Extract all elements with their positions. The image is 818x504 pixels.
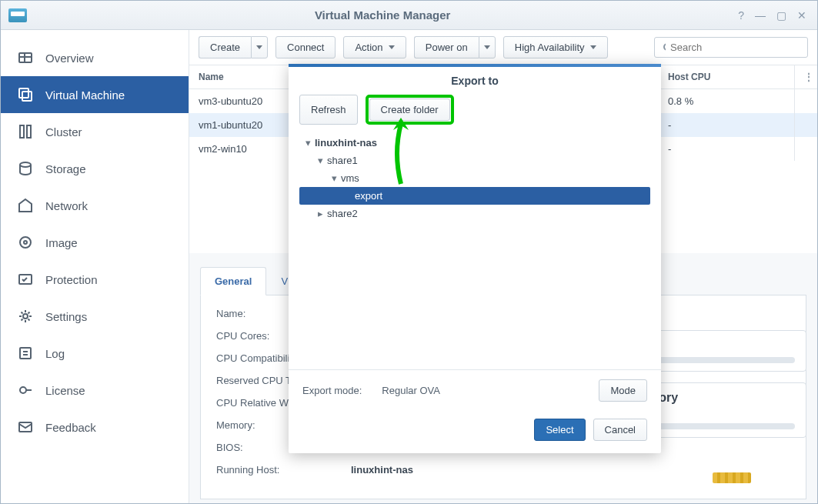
vm-cpu: 0.8 % [659,89,794,113]
caret-down-icon [484,45,490,49]
minimize-icon[interactable]: — [755,9,766,22]
sidebar-item-label: Log [45,347,65,360]
search-icon [663,42,666,53]
tree-node-vms[interactable]: ▾vms [299,169,650,187]
search-input[interactable] [654,37,808,58]
help-icon[interactable]: ? [738,9,744,22]
cancel-button[interactable]: Cancel [593,419,647,441]
mode-button[interactable]: Mode [599,379,647,402]
tree-node-export[interactable]: export [299,187,650,205]
chip-icon [713,472,751,483]
memory-bar [641,423,795,429]
svg-rect-10 [20,348,31,359]
cluster-icon [18,124,33,139]
sidebar-item-label: Protection [45,273,98,286]
sidebar-item-license[interactable]: License [1,372,189,409]
power-on-button[interactable]: Power on [414,36,479,58]
sidebar-item-label: Network [45,199,88,212]
caret-down-icon [256,45,262,49]
sidebar-item-label: License [45,384,85,397]
caret-down-icon [590,45,596,49]
caret-down-icon [389,45,395,49]
image-icon [18,235,33,250]
export-mode-label: Export mode: [302,385,362,396]
memory-title: emory [641,391,795,405]
svg-point-6 [20,237,31,248]
collapse-icon: ▾ [304,137,312,149]
value-host: linuxhint-nas [351,464,413,476]
tab-general[interactable]: General [200,267,266,295]
refresh-button[interactable]: Refresh [299,95,358,125]
arrow-annotation [386,115,416,192]
feedback-icon [18,419,33,435]
sidebar-item-protection[interactable]: Protection [1,261,189,298]
dialog-title: Export to [289,67,661,95]
search-field[interactable] [670,42,800,53]
sidebar-item-virtual-machine[interactable]: Virtual Machine [1,76,189,113]
folder-tree: ▾linuxhint-nas ▾share1 ▾vms export ▸shar… [289,131,661,369]
sidebar-item-label: Cluster [45,125,82,139]
create-button[interactable]: Create [199,36,251,58]
cpu-bar [641,357,795,363]
sidebar-item-settings[interactable]: Settings [1,298,189,335]
sidebar-item-label: Image [45,236,78,249]
close-icon[interactable]: ✕ [797,9,806,22]
vm-icon [18,87,33,102]
svg-point-9 [23,314,28,319]
maximize-icon[interactable]: ▢ [776,9,786,22]
svg-point-11 [20,387,26,393]
vm-cpu: - [659,137,794,161]
create-dropdown[interactable] [251,36,268,58]
svg-rect-2 [22,92,32,101]
label-host: Running Host: [216,464,351,476]
window-title: Virtual Machine Manager [27,8,738,22]
select-button[interactable]: Select [534,419,585,441]
sidebar: Overview Virtual Machine Cluster Storage… [1,30,189,503]
sidebar-item-storage[interactable]: Storage [1,150,189,187]
titlebar: Virtual Machine Manager ? — ▢ ✕ [1,1,817,30]
sidebar-item-overview[interactable]: Overview [1,39,189,76]
power-dropdown[interactable] [479,36,496,58]
collapse-icon: ▾ [316,155,324,166]
sidebar-item-label: Settings [45,310,87,323]
column-menu-icon[interactable]: ⋮ [794,65,817,88]
svg-rect-1 [19,88,28,98]
memory-value: GB [641,408,795,419]
action-button[interactable]: Action [343,36,406,58]
network-icon [18,198,33,213]
storage-icon [18,161,33,176]
cpu-title: PU [641,339,795,352]
column-host-cpu[interactable]: Host CPU [659,65,794,88]
sidebar-item-network[interactable]: Network [1,187,189,224]
overview-icon [18,50,33,65]
tree-node-share1[interactable]: ▾share1 [299,152,650,169]
sidebar-item-image[interactable]: Image [1,224,189,261]
collapse-icon: ▾ [330,172,338,184]
expand-icon: ▸ [316,208,324,219]
vm-cpu: - [659,113,794,137]
sidebar-item-cluster[interactable]: Cluster [1,113,189,150]
protection-icon [18,272,33,287]
high-availability-button[interactable]: High Availability [503,36,608,58]
sidebar-item-log[interactable]: Log [1,335,189,372]
app-icon [8,8,27,22]
sidebar-item-label: Overview [45,52,94,65]
connect-button[interactable]: Connect [275,36,336,58]
settings-icon [18,309,33,324]
export-dialog: Export to Refresh Create folder ▾linuxhi… [289,64,661,453]
tree-node-share2[interactable]: ▸share2 [299,205,650,222]
sidebar-item-label: Storage [45,162,86,175]
svg-point-5 [20,162,31,167]
svg-point-7 [24,241,27,244]
sidebar-item-label: Feedback [45,421,96,434]
tree-node-nas[interactable]: ▾linuxhint-nas [299,134,650,152]
sidebar-item-feedback[interactable]: Feedback [1,409,189,446]
export-mode-value: Regular OVA [382,385,440,396]
license-icon [18,382,33,398]
svg-rect-4 [27,125,31,138]
sidebar-item-label: Virtual Machine [45,88,125,102]
toolbar: Create Connect Action Power on High Avai… [189,30,817,65]
log-icon [18,345,33,361]
svg-point-13 [664,44,666,50]
svg-rect-3 [20,125,24,138]
